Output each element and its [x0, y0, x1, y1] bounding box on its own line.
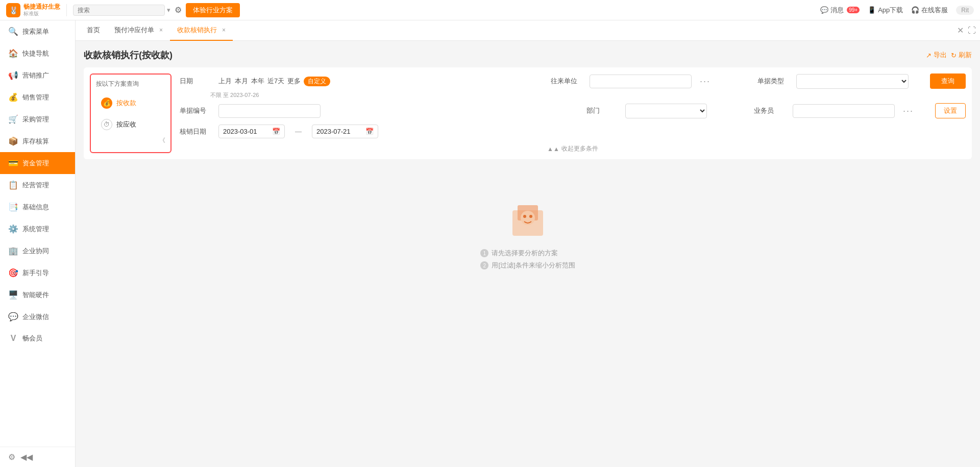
custom-badge[interactable]: 自定义	[304, 77, 330, 86]
sidebar-item-collab[interactable]: 🏢 企业协同	[0, 240, 75, 262]
tab-prepay-close[interactable]: ×	[159, 27, 163, 34]
doc-type-select[interactable]	[796, 74, 909, 89]
calendar-start-icon[interactable]: 📅	[272, 128, 280, 135]
page-actions: ↗ 导出 ↻ 刷新	[926, 51, 972, 60]
sidebar-bottom: ⚙ ◀◀	[0, 447, 75, 467]
sidebar-item-basic[interactable]: 📑 基础信息	[0, 196, 75, 218]
tab-home[interactable]: 首页	[80, 20, 107, 41]
sidebar-item-label: 营销推广	[22, 71, 49, 80]
filter-sidebar-collapse[interactable]: 《	[96, 136, 165, 145]
empty-svg	[502, 190, 553, 241]
counterpart-input[interactable]	[590, 75, 692, 88]
solution-button[interactable]: 体验行业方案	[186, 3, 240, 17]
more-shortcut[interactable]: 更多	[287, 77, 301, 86]
tab-bar-expand-icon[interactable]: ⛶	[968, 26, 976, 35]
empty-tip-1: 1 请先选择要分析的方案	[480, 249, 575, 258]
tab-bar-close-icon[interactable]: ✕	[957, 26, 964, 35]
brand-edition: 标准版	[23, 11, 60, 17]
sidebar-item-hardware[interactable]: 🖥️ 智能硬件	[0, 284, 75, 306]
marketing-icon: 📢	[8, 70, 18, 80]
export-button[interactable]: ↗ 导出	[926, 51, 947, 60]
home-icon: 🏠	[8, 48, 18, 58]
sidebar-item-label: 智能硬件	[22, 290, 49, 300]
sidebar-item-sales[interactable]: 💰 销售管理	[0, 86, 75, 108]
query-button[interactable]: 查询	[930, 73, 966, 89]
collab-icon: 🏢	[8, 246, 18, 256]
sidebar-item-quick-nav[interactable]: 🏠 快捷导航	[0, 42, 75, 64]
message-icon: 💬	[820, 6, 828, 14]
filter-receivable-icon: ⏱	[101, 119, 112, 130]
counterpart-label: 往来单位	[551, 77, 581, 86]
inventory-icon: 📦	[8, 136, 18, 146]
sidebar-item-purchase[interactable]: 🛒 采购管理	[0, 108, 75, 130]
sidebar-item-finance[interactable]: 💳 资金管理	[0, 152, 75, 174]
filter-sidebar: 按以下方案查询 💰 按收款 ⏱ 按应收 《	[90, 73, 172, 153]
sidebar-collapse-icon[interactable]: ◀◀	[20, 452, 33, 462]
date-label: 日期	[180, 77, 210, 86]
doc-num-input[interactable]	[218, 104, 321, 118]
sidebar-item-guide[interactable]: 🎯 新手引导	[0, 262, 75, 284]
sidebar-gear-icon[interactable]: ⚙	[8, 452, 15, 462]
sidebar-item-wechat[interactable]: 💬 企业微信	[0, 306, 75, 328]
sidebar-item-member[interactable]: V 畅会员	[0, 328, 75, 349]
filter-sidebar-title: 按以下方案查询	[96, 80, 165, 88]
sidebar-item-marketing[interactable]: 📢 营销推广	[0, 64, 75, 86]
last-month-shortcut[interactable]: 上月	[218, 77, 232, 86]
sidebar-item-system[interactable]: ⚙️ 系统管理	[0, 218, 75, 240]
message-label: 消息	[830, 6, 844, 15]
counterpart-dots[interactable]: ···	[700, 76, 710, 87]
setting-button[interactable]: 设置	[935, 103, 966, 118]
tab-receipt-close[interactable]: ×	[222, 27, 226, 34]
date-separator: —	[295, 128, 302, 135]
this-year-shortcut[interactable]: 本年	[251, 77, 264, 86]
tab-bar: 首页 预付冲应付单 × 收款核销执行 × ✕ ⛶	[76, 20, 980, 41]
user-avatar[interactable]: Rit	[956, 6, 974, 15]
sidebar-item-search[interactable]: 🔍 搜索菜单	[0, 20, 75, 42]
verify-end-date[interactable]: 2023-07-21 📅	[312, 125, 378, 138]
tip-1-text: 请先选择要分析的方案	[492, 249, 558, 258]
filter-panel: 按以下方案查询 💰 按收款 ⏱ 按应收 《	[84, 67, 972, 159]
logo-icon: 🐰	[6, 3, 20, 17]
filter-option-by-receipt[interactable]: 💰 按收款	[96, 93, 165, 113]
collapse-up-icon: ▲▲	[547, 145, 559, 153]
filter-option-by-receivable[interactable]: ⏱ 按应收	[96, 115, 165, 134]
svg-point-4	[529, 215, 532, 218]
chevron-down-icon[interactable]: ▾	[167, 6, 170, 14]
app-label: App下载	[878, 6, 903, 15]
refresh-button[interactable]: ↻ 刷新	[951, 51, 972, 60]
dept-select[interactable]	[625, 104, 707, 118]
collapse-more-conditions[interactable]: ▲▲ 收起更多条件	[180, 144, 966, 153]
verify-date-label: 核销日期	[180, 127, 210, 136]
app-icon: 📱	[868, 6, 876, 14]
message-button[interactable]: 💬 消息 99+	[820, 6, 860, 15]
sidebar-item-ops[interactable]: 📋 经营管理	[0, 174, 75, 196]
sidebar-item-label: 企业微信	[22, 312, 49, 322]
tip-num-1: 1	[480, 249, 488, 257]
tab-prepay[interactable]: 预付冲应付单 ×	[107, 20, 170, 41]
filter-option-receivable-label: 按应收	[116, 120, 136, 129]
sidebar-item-label: 采购管理	[22, 115, 49, 124]
service-button[interactable]: 🎧 在线客服	[911, 6, 948, 15]
sidebar-item-inventory[interactable]: 📦 库存核算	[0, 130, 75, 152]
doc-num-label: 单据编号	[180, 106, 210, 115]
tab-receipt[interactable]: 收款核销执行 ×	[170, 20, 233, 41]
export-icon: ↗	[926, 52, 932, 59]
staff-input[interactable]	[793, 104, 895, 118]
collapse-icon: 《	[159, 136, 165, 145]
search-input[interactable]	[73, 5, 165, 16]
gear-icon[interactable]: ⚙	[175, 5, 182, 15]
verify-start-date[interactable]: 2023-03-01 📅	[218, 125, 285, 138]
calendar-end-icon[interactable]: 📅	[365, 128, 374, 135]
sidebar-item-label: 资金管理	[22, 159, 49, 168]
filter-option-receipt-label: 按收款	[116, 99, 136, 108]
empty-state: 1 请先选择要分析的方案 2 用[过滤]条件来缩小分析范围	[84, 159, 972, 304]
empty-tip-2: 2 用[过滤]条件来缩小分析范围	[480, 261, 575, 270]
hardware-icon: 🖥️	[8, 290, 18, 300]
divider	[66, 4, 67, 16]
this-month-shortcut[interactable]: 本月	[235, 77, 248, 86]
staff-dots[interactable]: ···	[903, 106, 914, 116]
app-download-button[interactable]: 📱 App下载	[868, 6, 903, 15]
last-7-days-shortcut[interactable]: 近7天	[267, 77, 284, 86]
page-title: 收款核销执行(按收款)	[84, 49, 173, 61]
filter-row-3: 核销日期 2023-03-01 📅 — 2023-07-21 📅	[180, 125, 966, 138]
